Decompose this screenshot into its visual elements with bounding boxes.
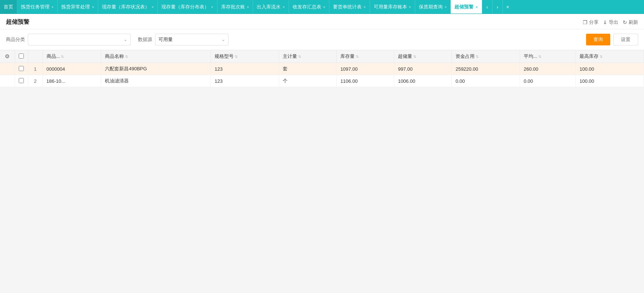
row1-stock: 1097.00: [337, 63, 394, 75]
page-container: 超储预警 ❐ 分享 ⇓ 导出 ↻ 刷新 商品分类 ⌄ 数据源: [0, 14, 644, 87]
category-filter: 商品分类 ⌄: [6, 34, 131, 45]
category-label: 商品分类: [6, 36, 25, 43]
col-stock-header[interactable]: 库存量 ⇅: [337, 50, 394, 63]
nav-stock-status-label: 现存量（库存状况表）: [102, 4, 150, 10]
nav-stock-dist[interactable]: 现存量（库存分布表） ×: [158, 0, 217, 14]
nav-stock-batch-close[interactable]: ×: [247, 5, 249, 9]
nav-order-stat-close[interactable]: ×: [363, 5, 366, 9]
sort-avg-icon: ⇅: [538, 55, 541, 59]
col-max-stock-header[interactable]: 最高库存 ⇅: [576, 50, 644, 63]
nav-stock-batch-label: 库存批次账: [221, 4, 245, 10]
datasource-select[interactable]: 可用量 ⌄: [155, 34, 228, 45]
row1-checkbox[interactable]: [19, 66, 24, 71]
col-spec-header[interactable]: 规格型号 ⇅: [211, 50, 279, 63]
col-product-name-label: 商品名称: [105, 53, 124, 60]
data-table-container: ⚙ 商品... ⇅ 商品名称: [0, 50, 644, 87]
nav-quality-check-label: 保质期查询: [419, 4, 443, 10]
datasource-value: 可用量: [158, 36, 173, 43]
datasource-label: 数据源: [138, 36, 152, 43]
sort-product-name[interactable]: 商品名称 ⇅: [105, 53, 128, 60]
sort-spec-icon: ⇅: [235, 55, 238, 59]
refresh-button[interactable]: ↻ 刷新: [623, 19, 638, 26]
category-dropdown-arrow: ⌄: [124, 37, 127, 42]
sort-capital-icon: ⇅: [476, 55, 479, 59]
sort-stock[interactable]: 库存量 ⇅: [340, 53, 359, 60]
sort-product-code[interactable]: 商品... ⇅: [47, 53, 64, 60]
share-icon: ❐: [583, 19, 588, 25]
nav-more-arrow[interactable]: ×: [502, 0, 513, 14]
nav-recv-send[interactable]: 收发存汇总表 ×: [289, 0, 329, 14]
nav-avail-stock[interactable]: 可用量库存账本 ×: [370, 0, 415, 14]
nav-avail-stock-label: 可用量库存账本: [374, 4, 407, 10]
row2-avg: 0.00: [520, 75, 575, 87]
col-rownum-header: [28, 50, 43, 63]
col-avg-label: 平均...: [524, 53, 537, 60]
nav-abnormal[interactable]: 拣货异常处理 ×: [58, 0, 98, 14]
col-overstock-label: 超储量: [398, 53, 412, 60]
nav-task-mgmt-close[interactable]: ×: [51, 5, 54, 9]
nav-recv-send-close[interactable]: ×: [323, 5, 325, 9]
table-row: 1 0000004 六配套新昌490BPG 123 套 1097.00 997.…: [0, 63, 644, 75]
row1-overstock: 997.00: [394, 63, 452, 75]
col-overstock-header[interactable]: 超储量 ⇅: [394, 50, 452, 63]
sort-avg[interactable]: 平均... ⇅: [524, 53, 541, 60]
sort-unit[interactable]: 主计量 ⇅: [283, 53, 301, 60]
col-product-code-label: 商品...: [47, 53, 60, 60]
nav-overstock-warn-close[interactable]: ×: [475, 5, 477, 9]
col-max-stock-label: 最高库存: [579, 53, 599, 60]
nav-stock-status[interactable]: 现存量（库存状况表） ×: [98, 0, 158, 14]
sort-overstock-icon: ⇅: [413, 55, 416, 59]
query-button[interactable]: 查询: [586, 34, 610, 45]
nav-stock-dist-close[interactable]: ×: [211, 5, 213, 9]
nav-task-mgmt[interactable]: 拣货任务管理 ×: [17, 0, 58, 14]
nav-overstock-warn-label: 超储预警: [454, 4, 473, 10]
action-buttons: 查询 设置: [586, 34, 638, 45]
col-product-code-header[interactable]: 商品... ⇅: [43, 50, 101, 63]
nav-stock-dist-label: 现存量（库存分布表）: [161, 4, 209, 10]
nav-in-out-flow-close[interactable]: ×: [282, 5, 285, 9]
page-title: 超储预警: [6, 18, 29, 26]
sort-overstock[interactable]: 超储量 ⇅: [398, 53, 416, 60]
row1-avg: 260.00: [520, 63, 575, 75]
nav-abnormal-close[interactable]: ×: [92, 5, 94, 9]
row2-num: 2: [28, 75, 43, 87]
export-icon: ⇓: [603, 19, 607, 25]
share-button[interactable]: ❐ 分享: [583, 19, 599, 26]
row1-capital: 259220.00: [452, 63, 520, 75]
nav-home[interactable]: 首页: [0, 0, 17, 14]
category-select[interactable]: ⌄: [28, 34, 131, 45]
col-product-name-header[interactable]: 商品名称 ⇅: [101, 50, 211, 63]
col-capital-header[interactable]: 资金占用 ⇅: [452, 50, 520, 63]
row1-settings-cell: [0, 63, 15, 75]
col-unit-header[interactable]: 主计量 ⇅: [279, 50, 337, 63]
nav-order-stat-label: 要货单统计表: [333, 4, 362, 10]
nav-avail-stock-close[interactable]: ×: [409, 5, 411, 9]
sort-max-stock[interactable]: 最高库存 ⇅: [579, 53, 603, 60]
row2-stock: 1106.00: [337, 75, 394, 87]
row2-capital: 0.00: [452, 75, 520, 87]
nav-task-mgmt-label: 拣货任务管理: [21, 4, 50, 10]
nav-stock-status-close[interactable]: ×: [151, 5, 154, 9]
sort-spec[interactable]: 规格型号 ⇅: [215, 53, 238, 60]
col-avg-header[interactable]: 平均... ⇅: [520, 50, 575, 63]
row2-checkbox[interactable]: [19, 78, 24, 83]
nav-next-arrow[interactable]: ›: [492, 0, 502, 14]
nav-quality-check-close[interactable]: ×: [444, 5, 447, 9]
table-settings-icon[interactable]: ⚙: [5, 53, 10, 59]
nav-order-stat[interactable]: 要货单统计表 ×: [329, 0, 370, 14]
datasource-dropdown-arrow: ⌄: [222, 37, 225, 42]
refresh-label: 刷新: [629, 19, 638, 26]
nav-in-out-flow[interactable]: 出入库流水 ×: [253, 0, 289, 14]
select-all-checkbox[interactable]: [19, 53, 24, 59]
export-button[interactable]: ⇓ 导出: [603, 19, 618, 26]
sort-unit-icon: ⇅: [298, 55, 301, 59]
row2-unit: 个: [279, 75, 337, 87]
nav-prev-arrow[interactable]: ‹: [482, 0, 492, 14]
sort-capital[interactable]: 资金占用 ⇅: [455, 53, 479, 60]
row1-unit: 套: [279, 63, 337, 75]
col-settings-header: ⚙: [0, 50, 15, 63]
nav-overstock-warn[interactable]: 超储预警 ×: [451, 0, 482, 14]
nav-stock-batch[interactable]: 库存批次账 ×: [217, 0, 253, 14]
settings-button[interactable]: 设置: [613, 34, 638, 45]
nav-quality-check[interactable]: 保质期查询 ×: [415, 0, 451, 14]
